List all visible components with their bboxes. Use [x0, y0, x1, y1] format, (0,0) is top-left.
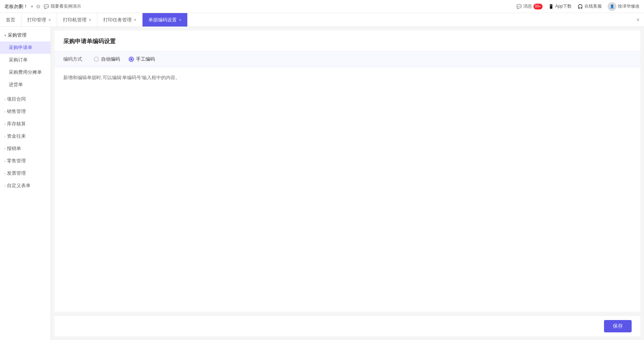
tab-printer-manage-close[interactable]: ×	[89, 18, 91, 22]
top-bar-right: 💬 消息 99+ 📱 App下数 🎧 在线客服 👤 徐泽华修改	[516, 2, 640, 11]
funds-arrow	[4, 134, 5, 138]
phone-icon: 📱	[548, 4, 554, 9]
sales-label: 销售管理	[7, 108, 26, 115]
tab-print-manage-close[interactable]: ×	[48, 18, 51, 22]
radio-manual-circle[interactable]	[129, 57, 134, 62]
online-service-button[interactable]: 🎧 在线客服	[577, 3, 602, 9]
radio-manual-encoding[interactable]: 手工编码	[129, 56, 155, 62]
settings-icon[interactable]: ⚙	[36, 4, 41, 9]
top-bar-left: 老板勿删！ ⚙ 💬 我要看实例演示	[4, 3, 81, 10]
tab-home-label: 首页	[6, 17, 15, 23]
inventory-label: 库存核算	[7, 121, 26, 127]
tab-print-task-close[interactable]: ×	[134, 18, 136, 22]
radio-auto-circle[interactable]	[94, 57, 99, 62]
top-bar: 老板勿删！ ⚙ 💬 我要看实例演示 💬 消息 99+ 📱 App下数 🎧 在线客…	[0, 0, 644, 13]
app-download-button[interactable]: 📱 App下数	[548, 3, 572, 9]
tab-barcode-setting-close[interactable]: ×	[179, 18, 181, 22]
sidebar-item-purchase-expense[interactable]: 采购费用分摊单	[0, 66, 51, 78]
inventory-arrow	[4, 122, 5, 126]
sidebar-group-purchase-title[interactable]: ▾ 采购管理	[0, 29, 51, 41]
headset-icon: 🎧	[577, 4, 583, 9]
sidebar-group-funds[interactable]: 资金往来	[0, 130, 51, 142]
returns-label: 报销单	[7, 145, 21, 152]
sidebar-group-sales[interactable]: 销售管理	[0, 105, 51, 118]
custom-forms-arrow	[4, 184, 5, 188]
sidebar-group-invoice[interactable]: 发票管理	[0, 167, 51, 179]
demo-link[interactable]: 💬 我要看实例演示	[44, 3, 81, 9]
global-close-button[interactable]: ×	[632, 13, 644, 27]
tab-barcode-setting[interactable]: 单据编码设置 ×	[143, 13, 188, 27]
purchase-group-arrow: ▾	[4, 33, 6, 37]
content-inner: 采购申请单编码设置 编码方式 自动编码 手工编码 新增和编辑单据时,可以编辑'单…	[55, 31, 640, 312]
message-icon: 💬	[516, 4, 522, 9]
message-badge: 99+	[533, 4, 543, 9]
radio-auto-encoding[interactable]: 自动编码	[94, 56, 120, 62]
retail-arrow	[4, 159, 5, 163]
returns-arrow	[4, 147, 5, 151]
tab-home[interactable]: 首页	[0, 13, 21, 27]
description-text: 新增和编辑单据时,可以编辑'单编码号'输入框中的内容。	[55, 67, 640, 88]
sidebar-item-purchase-request[interactable]: 采购申请单	[0, 41, 51, 54]
encoding-row: 编码方式 自动编码 手工编码	[55, 51, 640, 67]
avatar: 👤	[608, 2, 616, 11]
encoding-method-label: 编码方式	[63, 56, 85, 62]
sales-arrow	[4, 110, 5, 114]
sidebar-group-custom-forms[interactable]: 自定义表单	[0, 179, 51, 192]
funds-label: 资金往来	[7, 133, 26, 139]
sidebar-group-project-contract[interactable]: 项目合同	[0, 93, 51, 105]
tab-print-manage[interactable]: 打印管理 ×	[21, 13, 57, 27]
sidebar-item-purchase-order-label: 采购订单	[9, 57, 28, 62]
save-button[interactable]: 保存	[604, 320, 632, 332]
user-avatar-button[interactable]: 👤 徐泽华修改	[608, 2, 640, 11]
message-button[interactable]: 💬 消息 99+	[516, 3, 543, 9]
sidebar: ▾ 采购管理 采购申请单 采购订单 采购费用分摊单 进货单 项目合同 销售管理	[0, 27, 51, 340]
custom-forms-label: 自定义表单	[7, 182, 31, 189]
tab-barcode-setting-label: 单据编码设置	[148, 17, 177, 23]
chevron-down-icon[interactable]	[31, 4, 33, 9]
page-title: 采购申请单编码设置	[55, 31, 640, 51]
sidebar-item-stock-in-label: 进货单	[9, 82, 23, 87]
main-layout: ▾ 采购管理 采购申请单 采购订单 采购费用分摊单 进货单 项目合同 销售管理	[0, 27, 644, 340]
sidebar-group-inventory[interactable]: 库存核算	[0, 118, 51, 130]
invoice-label: 发票管理	[7, 170, 26, 177]
sidebar-group-returns[interactable]: 报销单	[0, 142, 51, 155]
sidebar-item-purchase-order[interactable]: 采购订单	[0, 54, 51, 66]
sidebar-item-stock-in[interactable]: 进货单	[0, 78, 51, 91]
tab-print-manage-label: 打印管理	[27, 17, 46, 23]
app-title: 老板勿删！	[4, 3, 28, 10]
sidebar-item-purchase-request-label: 采购申请单	[9, 45, 32, 50]
sidebar-group-purchase: ▾ 采购管理 采购申请单 采购订单 采购费用分摊单 进货单	[0, 27, 51, 93]
project-contract-arrow	[4, 97, 5, 101]
sidebar-group-retail[interactable]: 零售管理	[0, 155, 51, 167]
radio-auto-label: 自动编码	[101, 56, 120, 62]
tab-printer-manage-label: 打印机管理	[63, 17, 87, 23]
sidebar-item-purchase-expense-label: 采购费用分摊单	[9, 69, 42, 75]
radio-group-encoding: 自动编码 手工编码	[94, 56, 155, 62]
tab-print-task-label: 打印任务管理	[103, 17, 132, 23]
retail-label: 零售管理	[7, 158, 26, 164]
radio-manual-label: 手工编码	[136, 56, 155, 62]
purchase-group-label: 采购管理	[8, 32, 27, 39]
project-contract-label: 项目合同	[7, 96, 26, 102]
tab-bar: 首页 打印管理 × 打印机管理 × 打印任务管理 × 单据编码设置 × ×	[0, 13, 644, 27]
tab-printer-manage[interactable]: 打印机管理 ×	[57, 13, 97, 27]
bottom-bar: 保存	[55, 315, 640, 336]
invoice-arrow	[4, 171, 5, 175]
tab-print-task[interactable]: 打印任务管理 ×	[97, 13, 143, 27]
content-area: 采购申请单编码设置 编码方式 自动编码 手工编码 新增和编辑单据时,可以编辑'单…	[51, 27, 644, 340]
